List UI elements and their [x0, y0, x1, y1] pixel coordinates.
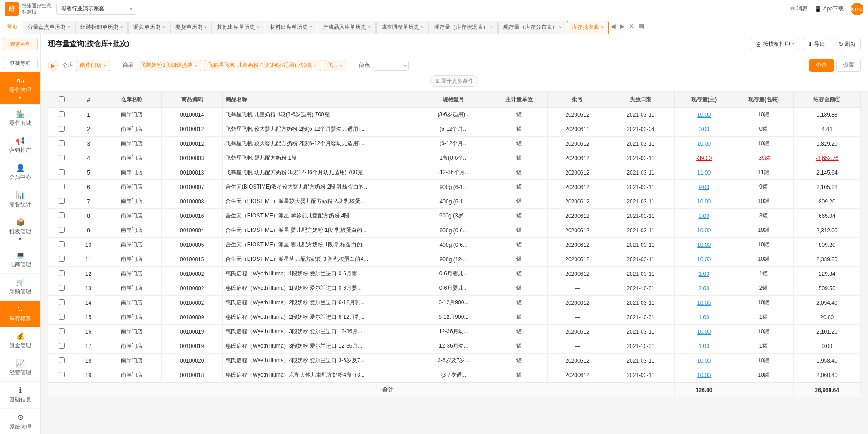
- export-btn[interactable]: ⬇ 导出: [803, 38, 830, 50]
- row-checkbox[interactable]: [48, 325, 75, 339]
- remove-warehouse-tag[interactable]: ×: [104, 63, 106, 68]
- sidebar-item-mall[interactable]: 🏪 零售商城: [0, 105, 40, 132]
- close-icon[interactable]: ×: [601, 25, 604, 30]
- app-download-btn[interactable]: 📱 App下载: [815, 5, 844, 13]
- row-checkbox[interactable]: [48, 310, 75, 325]
- tab-prev-btn[interactable]: ◀: [609, 22, 618, 31]
- tab-menu-btn[interactable]: ▤: [637, 22, 646, 31]
- product-more[interactable]: ···: [349, 62, 354, 69]
- row-stock-main[interactable]: 10.00: [674, 354, 734, 368]
- tab-qitachuku[interactable]: 其他出库单历史 ×: [212, 21, 264, 34]
- row-stock-main[interactable]: 2.00: [674, 281, 734, 296]
- message-btn[interactable]: ✉ 消息: [790, 5, 807, 13]
- row-checkbox[interactable]: [48, 137, 75, 151]
- close-icon[interactable]: ×: [490, 25, 493, 30]
- tab-xiancunliang-state[interactable]: 现存量（库存状况表） ×: [429, 21, 498, 34]
- row-stock-main[interactable]: 11.00: [674, 165, 734, 180]
- expand-more-btn[interactable]: ⊻ 展开更多条件: [430, 75, 478, 87]
- row-stock-main[interactable]: 10.00: [674, 325, 734, 339]
- close-icon[interactable]: ×: [162, 25, 165, 30]
- template-print-btn[interactable]: 🖨 按模板打印 ▾: [751, 38, 799, 50]
- row-stock-main[interactable]: 10.00: [674, 223, 734, 238]
- tab-home[interactable]: 首页: [2, 21, 22, 34]
- row-checkbox[interactable]: [48, 108, 75, 122]
- sidebar-item-sys[interactable]: ⚙ 系统管理: [0, 409, 40, 434]
- row-checkbox[interactable]: [48, 122, 75, 137]
- org-dropdown[interactable]: 母婴行业演示账套 ▾: [56, 3, 137, 15]
- row-stock-main[interactable]: 3.00: [674, 209, 734, 223]
- close-icon[interactable]: ×: [310, 25, 312, 30]
- row-checkbox[interactable]: [48, 223, 75, 238]
- row-checkbox[interactable]: [48, 151, 75, 165]
- row-checkbox[interactable]: [48, 194, 75, 209]
- sidebar-item-business[interactable]: 📈 经营管理: [0, 354, 40, 382]
- sidebar-item-retail[interactable]: 🛍 零售管理 ▼: [0, 72, 40, 105]
- tab-chanpin[interactable]: 产成品入库单历史 ×: [318, 21, 376, 34]
- row-stock-main[interactable]: 1.00: [674, 310, 734, 325]
- row-stock-main[interactable]: 10.00: [674, 368, 734, 383]
- tab-close-all-btn[interactable]: ✕: [627, 22, 636, 31]
- close-icon[interactable]: ×: [559, 25, 562, 30]
- sidebar-item-finance[interactable]: 💰 资金管理: [0, 327, 40, 354]
- expand-filter-btn[interactable]: ▶: [48, 61, 58, 71]
- row-checkbox[interactable]: [48, 354, 75, 368]
- row-checkbox[interactable]: [48, 180, 75, 194]
- tab-next-btn[interactable]: ▶: [618, 22, 627, 31]
- remove-product-tag3[interactable]: ×: [340, 63, 342, 68]
- row-stock-main[interactable]: 0.00: [674, 122, 734, 137]
- select-all-checkbox[interactable]: [59, 96, 65, 102]
- row-stock-main[interactable]: 9.00: [674, 180, 734, 194]
- row-checkbox[interactable]: [48, 165, 75, 180]
- warehouse-tag[interactable]: 南岸门店 ×: [76, 60, 110, 71]
- tab-fenliangpandian[interactable]: 分量盘点单历史 ×: [23, 21, 75, 34]
- row-stock-main[interactable]: 10.00: [674, 252, 734, 267]
- row-stock-main[interactable]: 1.00: [674, 339, 734, 354]
- row-checkbox[interactable]: [48, 238, 75, 252]
- close-icon[interactable]: ×: [421, 25, 424, 30]
- sidebar-item-inventory[interactable]: 🗂 库存核算: [0, 301, 40, 327]
- quick-nav-btn[interactable]: 快捷导航: [3, 57, 38, 69]
- sidebar-item-marketing[interactable]: 📢 营销推广: [0, 132, 40, 159]
- refresh-btn[interactable]: ↻ 刷新: [834, 38, 861, 50]
- sidebar-item-purchase[interactable]: 🛒 采购管理: [0, 274, 40, 301]
- row-checkbox[interactable]: [48, 267, 75, 281]
- close-icon[interactable]: ×: [368, 25, 371, 30]
- product-tag1[interactable]: 飞鹤奶粉3段四罐提装 ×: [137, 60, 201, 71]
- tab-cailiaochuku[interactable]: 材料出库单历史 ×: [265, 21, 317, 34]
- close-icon[interactable]: ×: [204, 25, 207, 30]
- sidebar-item-wholesale[interactable]: 📦 批发管理 ▼: [0, 213, 40, 246]
- sidebar-item-stats[interactable]: 📊 零售统计: [0, 186, 40, 213]
- close-icon[interactable]: ×: [67, 25, 70, 30]
- query-button[interactable]: 查询: [809, 59, 834, 72]
- close-icon[interactable]: ×: [120, 25, 123, 30]
- warehouse-more[interactable]: ···: [113, 62, 118, 69]
- tab-xiancunliang-dist[interactable]: 现存量（库存分布表） ×: [498, 21, 567, 34]
- product-tag2[interactable]: 飞鹤星飞帆 儿童奶粉 4段(3-6岁适用) 700克 ×: [204, 60, 321, 71]
- row-stock-main[interactable]: 1.00: [674, 267, 734, 281]
- sidebar-item-basic[interactable]: ℹ 基础信息: [0, 382, 40, 409]
- color-select[interactable]: [373, 61, 409, 71]
- remove-product-tag2[interactable]: ×: [314, 63, 316, 68]
- row-checkbox[interactable]: [48, 209, 75, 223]
- tab-zuzhangchaijian[interactable]: 组装拆卸单历史 ×: [75, 21, 128, 34]
- row-checkbox[interactable]: [48, 252, 75, 267]
- row-stock-main[interactable]: 10.00: [674, 194, 734, 209]
- remove-product-tag1[interactable]: ×: [194, 63, 197, 68]
- sidebar-item-member[interactable]: 👤 会员中心: [0, 159, 40, 186]
- row-checkbox[interactable]: [48, 339, 75, 354]
- row-checkbox[interactable]: [48, 296, 75, 310]
- row-stock-main[interactable]: 10.00: [674, 296, 734, 310]
- tab-yaohuo[interactable]: 要货单历史 ×: [170, 21, 212, 34]
- row-stock-main[interactable]: 10.00: [674, 108, 734, 122]
- tab-kucunpici[interactable]: 库存批次账 ×: [567, 21, 609, 34]
- row-stock-main[interactable]: 10.00: [674, 137, 734, 151]
- product-tag3[interactable]: 飞... ×: [324, 60, 346, 71]
- row-checkbox[interactable]: [48, 281, 75, 296]
- sidebar-item-ecom[interactable]: 💻 电商管理: [0, 246, 40, 274]
- tab-diaobodian[interactable]: 调拨单历史 ×: [128, 21, 170, 34]
- settings-button[interactable]: 设置: [836, 59, 861, 72]
- row-checkbox[interactable]: [48, 368, 75, 383]
- search-menu-btn[interactable]: 搜索菜单: [3, 38, 38, 50]
- close-icon[interactable]: ×: [257, 25, 259, 30]
- row-stock-main[interactable]: -39.00: [674, 151, 734, 165]
